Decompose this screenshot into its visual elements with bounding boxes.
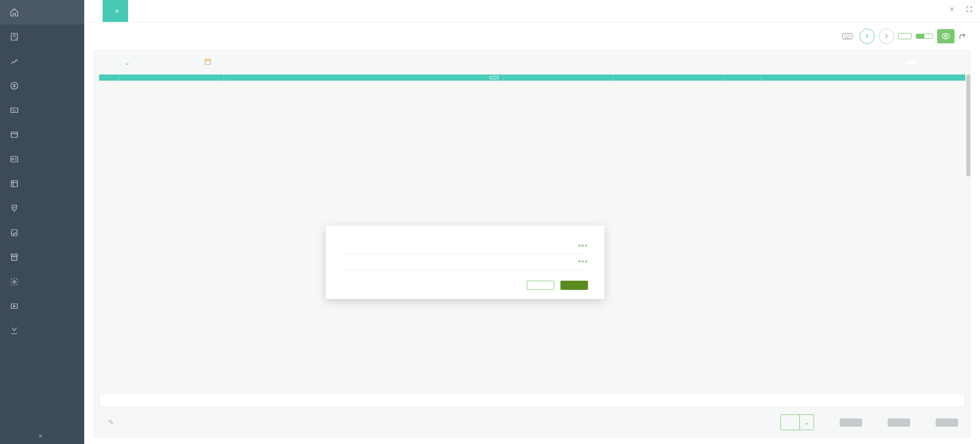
edit-icon[interactable]: ✎ bbox=[108, 418, 114, 426]
inventory-icon bbox=[9, 179, 19, 189]
window-close-button[interactable] bbox=[944, 2, 960, 16]
sidebar-item-ledger[interactable] bbox=[0, 24, 84, 49]
scrollbar[interactable] bbox=[966, 75, 970, 177]
tab-new-voucher[interactable]: × bbox=[103, 0, 128, 22]
habit-settings-button[interactable] bbox=[489, 76, 499, 79]
guide-icon bbox=[9, 301, 19, 311]
tab-close-icon[interactable]: × bbox=[115, 7, 119, 15]
refresh-icon bbox=[959, 33, 966, 40]
tab-home[interactable] bbox=[84, 0, 103, 22]
svg-point-13 bbox=[945, 35, 947, 38]
preview-button[interactable] bbox=[937, 29, 954, 43]
sidebar-item-settings[interactable] bbox=[0, 269, 84, 294]
refresh-button[interactable] bbox=[959, 33, 968, 40]
tax-icon bbox=[9, 203, 19, 213]
svg-rect-0 bbox=[11, 33, 17, 40]
sidebar-item-fund[interactable] bbox=[0, 73, 84, 98]
window-fullscreen-button[interactable] bbox=[962, 2, 977, 16]
shortcut-button[interactable] bbox=[842, 33, 855, 40]
svg-rect-12 bbox=[843, 33, 852, 39]
auxiliary-accounting-popover: ●●● ●●● bbox=[326, 226, 604, 299]
toolbar bbox=[84, 22, 980, 48]
voucher-table: ●●● ●●● bbox=[94, 75, 970, 394]
svg-rect-6 bbox=[11, 181, 17, 187]
template-button[interactable]: ⌄ bbox=[780, 414, 814, 430]
sidebar bbox=[0, 0, 84, 444]
archive-icon bbox=[9, 252, 19, 262]
calendar-icon[interactable] bbox=[204, 58, 212, 67]
workspace: ⌄ bbox=[93, 50, 971, 438]
sidebar-item-invoice[interactable] bbox=[0, 147, 84, 171]
next-voucher-button[interactable] bbox=[879, 29, 894, 44]
closing-icon bbox=[9, 228, 19, 238]
home-icon bbox=[9, 7, 19, 17]
svg-rect-7 bbox=[12, 230, 17, 236]
total-row bbox=[99, 394, 965, 407]
asset-icon bbox=[9, 105, 19, 115]
main: × bbox=[84, 0, 980, 444]
chevron-down-icon[interactable]: ⌄ bbox=[125, 59, 130, 66]
size-toggle bbox=[916, 34, 933, 39]
sidebar-item-asset[interactable] bbox=[0, 98, 84, 122]
svg-rect-2 bbox=[11, 108, 18, 113]
sidebar-item-archive[interactable] bbox=[0, 245, 84, 269]
size-large-button[interactable] bbox=[916, 34, 924, 38]
col-credit bbox=[614, 75, 724, 81]
gear-icon bbox=[9, 277, 19, 287]
sidebar-collapse[interactable] bbox=[0, 428, 84, 444]
sidebar-item-tax[interactable] bbox=[0, 196, 84, 220]
ledger-icon bbox=[9, 32, 19, 42]
voucher-header: ⌄ bbox=[94, 51, 970, 75]
more-vouchers-button[interactable] bbox=[898, 33, 912, 39]
sidebar-item-inventory[interactable] bbox=[0, 171, 84, 196]
size-small-button[interactable] bbox=[924, 34, 933, 38]
attachment-button[interactable] bbox=[906, 61, 916, 64]
member-icon bbox=[9, 326, 19, 336]
svg-rect-14 bbox=[205, 59, 211, 64]
svg-point-10 bbox=[13, 281, 16, 283]
customer-more-icon[interactable]: ●●● bbox=[578, 259, 588, 264]
sidebar-item-guide[interactable] bbox=[0, 294, 84, 318]
chevron-down-icon[interactable]: ⌄ bbox=[799, 415, 814, 430]
save-and-new-button[interactable] bbox=[888, 418, 910, 427]
prev-voucher-button[interactable] bbox=[860, 29, 875, 44]
project-more-icon[interactable]: ●●● bbox=[578, 243, 588, 248]
svg-rect-9 bbox=[12, 256, 17, 260]
fund-icon bbox=[9, 81, 19, 91]
cancel-button[interactable] bbox=[527, 281, 554, 290]
sidebar-item-report[interactable] bbox=[0, 49, 84, 73]
keyboard-icon bbox=[842, 33, 852, 40]
sidebar-item-salary[interactable] bbox=[0, 122, 84, 147]
col-ops bbox=[724, 75, 762, 81]
salary-icon bbox=[9, 130, 19, 140]
svg-rect-3 bbox=[11, 132, 17, 138]
col-summary bbox=[119, 75, 224, 81]
col-seq bbox=[99, 75, 119, 81]
sidebar-item-member[interactable] bbox=[0, 318, 84, 343]
report-icon bbox=[9, 56, 19, 66]
eye-icon bbox=[941, 32, 950, 41]
tab-bar: × bbox=[84, 0, 980, 22]
svg-point-5 bbox=[12, 159, 14, 160]
sidebar-item-closing[interactable] bbox=[0, 220, 84, 245]
col-debit bbox=[503, 75, 614, 81]
save-button[interactable] bbox=[840, 418, 862, 427]
sidebar-item-home[interactable] bbox=[0, 0, 84, 24]
footer: ✎ ⌄ bbox=[94, 407, 970, 437]
save-and-print-button[interactable] bbox=[936, 418, 958, 427]
invoice-icon bbox=[9, 154, 19, 164]
col-subject bbox=[224, 75, 503, 81]
ok-button[interactable] bbox=[560, 281, 588, 290]
